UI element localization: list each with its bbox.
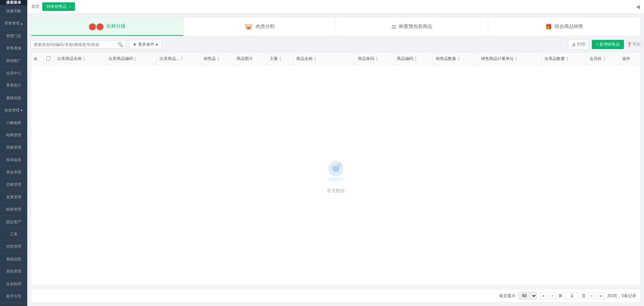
- settings-icon[interactable]: ⚙: [0, 303, 27, 306]
- sidebar-item-quick-nav[interactable]: 快捷导航: [0, 5, 27, 17]
- tab-combo[interactable]: 🎁 组合商品销售: [488, 17, 640, 36]
- filter-button[interactable]: ▼ 更多条件 ▾: [129, 40, 162, 49]
- col-sale-item-label: 销售品: [204, 56, 216, 62]
- col-weight[interactable]: 主量 ▲▼: [267, 52, 294, 65]
- tab-fresh-grade[interactable]: ⬤⬤ 生鲜分级: [31, 17, 183, 36]
- new-item-label: + 新增销售品: [596, 42, 620, 47]
- table-container: ⚙ 出库商品名称 ▲▼ 出库: [31, 52, 641, 303]
- toggle-sidebar-icon[interactable]: ◀: [636, 3, 640, 10]
- print-icon: 🖨: [572, 42, 576, 47]
- col-prod-name-label: 商品名称: [296, 56, 313, 62]
- sidebar-item-operations-mgmt[interactable]: 经营管理: [0, 241, 27, 253]
- svg-point-5: [338, 163, 342, 167]
- sidebar-item-ecom-mgmt[interactable]: 电商管理: [0, 129, 27, 141]
- sidebar-item-tax-mgmt[interactable]: 税务管理: [0, 203, 27, 216]
- tab-weigh-pack[interactable]: ⚖ 称重预包装商品: [336, 17, 488, 36]
- col-prod-name[interactable]: 商品名称 ▲▼: [294, 52, 355, 65]
- sidebar-item-retail-mgmt[interactable]: 零售管理 ▲: [0, 17, 27, 30]
- home-link[interactable]: 首页: [31, 4, 40, 10]
- sidebar-item-label: 零售管理: [4, 21, 19, 26]
- col-sale-item[interactable]: 销售品 ▲▼: [201, 52, 234, 65]
- col-outlet-name-label: 出库商品名称: [57, 56, 82, 62]
- col-image: 商品图片: [234, 52, 267, 65]
- col-outlet-code-label: 出库商品编码: [108, 56, 133, 62]
- col-settings[interactable]: ⚙: [31, 52, 43, 65]
- col-outlet-spec[interactable]: 出库商品... ▲▼: [157, 52, 201, 65]
- col-outlet-spec-label: 出库商品...: [160, 56, 179, 62]
- help-icon: ❓: [627, 42, 632, 47]
- col-member-price[interactable]: 会员价 ▲▼: [587, 52, 619, 65]
- meat-cut-icon: 🐷: [244, 22, 253, 31]
- help-button[interactable]: ❓ 帮助: [627, 42, 641, 47]
- col-prod-code[interactable]: 商品编码 ▲▼: [394, 52, 433, 65]
- print-button[interactable]: 🖨 打印: [568, 40, 589, 49]
- toolbar: 🔍 ▼ 更多条件 ▾ 🖨 打印 + 新增销售品 ❓ 帮助: [31, 40, 641, 49]
- page-number-input[interactable]: [565, 292, 579, 299]
- filter-arrow-icon: ▾: [156, 42, 158, 47]
- first-page-button[interactable]: «: [540, 292, 547, 299]
- search-box[interactable]: 🔍: [31, 40, 126, 49]
- current-tab[interactable]: 特殊销售品 ×: [42, 2, 75, 11]
- sidebar-item-retail-mall[interactable]: 零售商城: [0, 42, 27, 55]
- sidebar-item-member-center[interactable]: 会员中心: [0, 67, 27, 79]
- sidebar-item-system-mgmt[interactable]: 系统管理: [0, 265, 27, 278]
- sidebar-item-sales-promo[interactable]: 营销推广: [0, 55, 27, 67]
- combo-label: 组合商品销售: [555, 24, 583, 30]
- sidebar-item-basic-info2[interactable]: 基础信息: [0, 253, 27, 265]
- column-settings-icon[interactable]: ⚙: [34, 57, 38, 61]
- col-weight-label: 主量: [270, 56, 278, 62]
- svg-rect-3: [332, 166, 339, 171]
- filter-label: 更多条件: [138, 42, 154, 47]
- col-sale-qty[interactable]: 销售品数量 ▲▼: [433, 52, 478, 65]
- sidebar-item-label: 批发管理: [4, 108, 19, 113]
- sidebar-item-smart-store[interactable]: 智慧门店: [0, 30, 27, 42]
- col-barcode-label: 商品条码: [358, 56, 374, 62]
- search-input[interactable]: [34, 42, 116, 47]
- col-action-label: 操作: [622, 56, 630, 61]
- sidebar-item-enterprise[interactable]: 企业协同: [0, 278, 27, 290]
- toolbar-right: 🖨 打印 + 新增销售品 ❓ 帮助: [568, 40, 641, 49]
- next-page-button[interactable]: ›: [588, 292, 595, 299]
- sidebar: 搜索菜单 快捷导航 零售管理 ▲ 智慧门店 零售商城 营销推广 会员中心 零售统…: [0, 0, 27, 306]
- select-all-checkbox[interactable]: [46, 56, 51, 61]
- sidebar-item-purchase-mgmt[interactable]: 采购管理: [0, 141, 27, 154]
- sidebar-item-retail-stats[interactable]: 零售统计: [0, 79, 27, 92]
- sidebar-item-invoice-mgmt[interactable]: 发票管理: [0, 191, 27, 203]
- col-outlet-name[interactable]: 出库商品名称 ▲▼: [54, 52, 105, 65]
- sidebar-item-fixed-assets[interactable]: 固定资产: [0, 216, 27, 228]
- sidebar-item-fund-mgmt[interactable]: 资金管理: [0, 166, 27, 179]
- sidebar-logo[interactable]: 搜索菜单: [0, 0, 27, 5]
- col-outlet-qty[interactable]: 出库品数量 ▲▼: [542, 52, 587, 65]
- tab-label: 特殊销售品: [46, 4, 67, 10]
- col-sale-unit[interactable]: 销售商品计量单位 ▲▼: [478, 52, 541, 65]
- close-tab-icon[interactable]: ×: [69, 5, 71, 9]
- sidebar-item-mini-ecom[interactable]: 小畅电商: [0, 117, 27, 129]
- col-prod-code-label: 商品编码: [397, 56, 413, 62]
- col-sale-unit-label: 销售商品计量单位: [481, 56, 514, 62]
- sidebar-item-wholesale-mgmt[interactable]: 批发管理 ▼: [0, 104, 27, 117]
- empty-state-illustration: [322, 156, 349, 184]
- horizontal-scrollbar[interactable]: [31, 285, 640, 289]
- sidebar-item-new-guide[interactable]: 新手引导: [0, 290, 27, 303]
- per-page-select[interactable]: 50 10 20 100: [518, 292, 537, 300]
- search-icon[interactable]: 🔍: [118, 42, 123, 47]
- fresh-grade-icon: ⬤⬤: [89, 22, 104, 30]
- sidebar-item-stock-check[interactable]: 库存核算: [0, 154, 27, 166]
- category-tabs: ⬤⬤ 生鲜分级 🐷 肉类分割 ⚖ 称重预包装商品 🎁 组合商品销售: [31, 17, 641, 36]
- sidebar-item-basic-info[interactable]: 基础信息: [0, 92, 27, 104]
- new-item-button[interactable]: + 新增销售品: [592, 40, 624, 49]
- data-table: ⚙ 出库商品名称 ▲▼ 出库: [31, 52, 640, 65]
- weigh-pack-icon: ⚖: [391, 24, 396, 30]
- last-page-button[interactable]: »: [597, 292, 604, 299]
- col-member-price-label: 会员价: [589, 56, 602, 62]
- col-action: 操作: [619, 52, 640, 65]
- filter-icon: ▼: [133, 42, 137, 47]
- total-info: 共0页，0条记录: [607, 293, 636, 299]
- sidebar-item-salary[interactable]: 工资: [0, 228, 27, 241]
- col-barcode[interactable]: 商品条码 ▲▼: [355, 52, 394, 65]
- collapse-arrow-icon: ▼: [20, 108, 23, 113]
- sidebar-item-general-ledger[interactable]: 总账管理: [0, 179, 27, 191]
- col-outlet-code[interactable]: 出库商品编码 ▲▼: [105, 52, 156, 65]
- prev-page-button[interactable]: ‹: [550, 292, 556, 299]
- tab-meat-cut[interactable]: 🐷 肉类分割: [183, 17, 336, 36]
